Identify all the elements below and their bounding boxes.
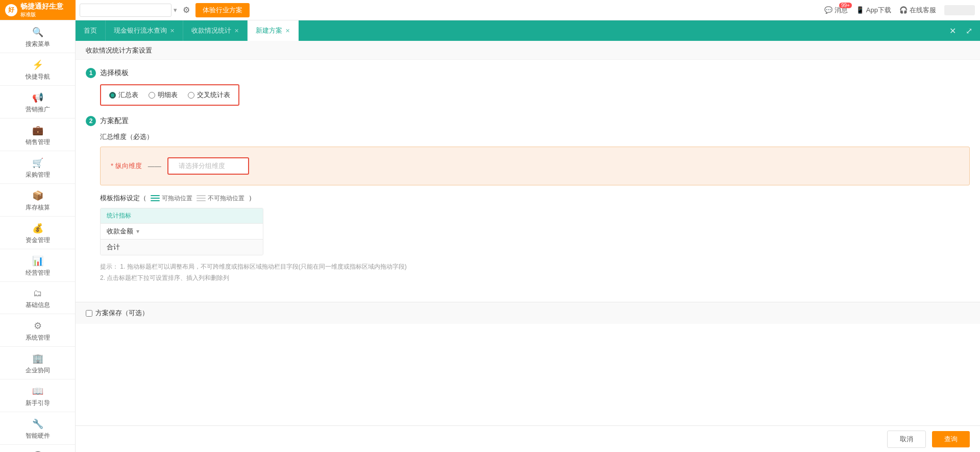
dim-placeholder: 请选择分组维度 [179,162,225,170]
radio-detail-label: 明细表 [158,90,178,100]
service-btn[interactable]: 🎧 在线客服 [899,6,936,15]
no-drag-badge: 不可拖动位置 [197,194,244,203]
no-drag-icon [197,195,206,201]
management-icon: 📊 [32,255,43,267]
sidebar-item-finance[interactable]: 💰 资金管理 [0,217,75,249]
sidebar-label-search: 搜索菜单 [26,40,50,49]
section2-title: 方案配置 [100,116,129,126]
main-layout: 🔍 搜索菜单 ⚡ 快捷导航 📢 营销推广 💼 销售管理 🛒 采购管理 📦 库存核… [0,20,980,452]
tab-cashflow[interactable]: 现金银行流水查询 ✕ [106,20,183,41]
sidebar-item-hardware[interactable]: 🔧 智能硬件 [0,412,75,445]
sidebar-item-purchase[interactable]: 🛒 采购管理 [0,151,75,184]
section-config: 2 方案配置 汇总维度（必选） 纵向维度 —— 请选择分组维度 [86,116,970,283]
quick-nav-icon: ⚡ [32,59,43,70]
stats-cell-amount: 收款金额 ▾ [107,227,257,236]
download-btn[interactable]: 📱 App下载 [856,6,891,15]
radio-cross-input[interactable] [188,92,194,99]
finance-icon: 💰 [32,223,43,234]
tab-home[interactable]: 首页 [76,20,106,41]
sidebar-label-finance: 资金管理 [26,236,50,245]
sidebar-item-guide[interactable]: 📖 新手引导 [0,379,75,412]
marketing-icon: 📢 [32,92,43,103]
radio-detail-input[interactable] [149,92,155,99]
user-avatar[interactable] [944,5,975,15]
sidebar-item-marketing[interactable]: 📢 营销推广 [0,86,75,118]
logo-icon: 好 [5,4,17,16]
dim-select-btn[interactable]: 请选择分组维度 [167,157,249,175]
sidebar-item-management[interactable]: 📊 经营管理 [0,249,75,282]
section1-title: 选择模板 [100,68,129,78]
stats-table: 统计指标 收款金额 ▾ 合计 [100,208,263,255]
sidebar-label-management: 经营管理 [26,269,50,277]
save-option[interactable]: 方案保存（可选） [86,308,970,318]
tab-receipts[interactable]: 收款情况统计 ✕ [183,20,248,41]
tab-cashflow-close[interactable]: ✕ [170,28,175,34]
tab-expand-btn[interactable]: ⤢ [963,25,975,37]
dimension-row: 纵向维度 —— 请选择分组维度 [111,157,959,175]
tab-close-btn[interactable]: ✕ [946,25,959,37]
tab-new-plan[interactable]: 新建方案 ✕ [248,20,299,41]
sidebar-label-basic-info: 基础信息 [26,301,50,310]
bottom-action-bar: 取消 查询 [76,425,980,452]
radio-detail[interactable]: 明细表 [149,90,178,100]
section1-header: 1 选择模板 [86,68,970,78]
sidebar: 🔍 搜索菜单 ⚡ 快捷导航 📢 营销推广 💼 销售管理 🛒 采购管理 📦 库存核… [0,20,76,452]
amount-dropdown-btn[interactable]: ▾ [136,228,139,235]
radio-cross[interactable]: 交叉统计表 [188,90,230,100]
logo-area: 好 畅捷通好生意 标准版 [0,0,76,20]
sidebar-item-basic-info[interactable]: 🗂 基础信息 [0,282,75,314]
sidebar-item-wechat[interactable]: 💬 企业微信 [0,445,75,452]
enterprise-icon: 🏢 [32,353,43,364]
sidebar-label-inventory: 库存核算 [26,203,50,212]
content-area: 首页 现金银行流水查询 ✕ 收款情况统计 ✕ 新建方案 ✕ ✕ ⤢ [76,20,980,452]
tab-home-label: 首页 [84,26,97,35]
tab-bar: 首页 现金银行流水查询 ✕ 收款情况统计 ✕ 新建方案 ✕ ✕ ⤢ [76,20,980,41]
footer-area: 方案保存（可选） [76,302,980,324]
radio-summary-label: 汇总表 [118,90,138,100]
stats-subtotal: 合计 [101,239,263,255]
page-title: 收款情况统计方案设置 [86,46,152,54]
sidebar-item-quicknav[interactable]: ⚡ 快捷导航 [0,53,75,86]
sidebar-label-sales: 销售管理 [26,138,50,147]
dim-arrow: —— [148,162,161,170]
chevron-down-icon[interactable]: ▾ [174,6,177,14]
sidebar-item-inventory[interactable]: 📦 库存核算 [0,184,75,217]
tab-receipts-close[interactable]: ✕ [234,28,239,34]
radio-summary[interactable]: 汇总表 [109,90,138,100]
inventory-icon: 📦 [32,190,43,201]
radio-summary-input[interactable] [109,92,116,99]
sidebar-label-guide: 新手引导 [26,399,50,408]
sidebar-item-enterprise[interactable]: 🏢 企业协同 [0,347,75,379]
sidebar-label-hardware: 智能硬件 [26,432,50,440]
search-icon: 🔍 [32,27,43,38]
chat-icon: 💬 [824,6,832,14]
sidebar-item-sales[interactable]: 💼 销售管理 [0,118,75,151]
sidebar-label-enterprise: 企业协同 [26,366,50,375]
purchase-icon: 🛒 [32,157,43,169]
sidebar-item-search[interactable]: 🔍 搜索菜单 [0,20,75,53]
tab-cashflow-label: 现金银行流水查询 [114,26,167,35]
service-label: 在线客服 [910,6,936,15]
section-template: 1 选择模板 汇总表 明细表 [86,68,970,106]
notification-btn[interactable]: 💬 消息 99+ [824,6,848,15]
tab-new-plan-close[interactable]: ✕ [285,28,290,34]
tip-1: 提示： 1. 拖动标题栏可以调整布局，不可跨维度或指标区域拖动栏目字段(只能在同… [100,261,970,273]
query-button[interactable]: 查询 [932,431,970,447]
search-input[interactable] [80,4,172,17]
drag-icon [151,195,160,201]
form-body: 1 选择模板 汇总表 明细表 [76,60,980,302]
section2-num: 2 [86,116,96,126]
try-btn[interactable]: 体验行业方案 [195,3,250,17]
cancel-button[interactable]: 取消 [887,431,926,448]
stats-table-row: 收款金额 ▾ [101,223,263,239]
tab-receipts-label: 收款情况统计 [191,26,231,35]
indicator-settings: 模板指标设定（ 可拖动位置 [100,194,970,255]
breadcrumb-area: ▾ ⚙ 体验行业方案 [80,3,820,17]
gear-button[interactable]: ⚙ [179,3,193,17]
guide-icon: 📖 [32,386,43,397]
basic-info-icon: 🗂 [33,288,42,299]
save-checkbox[interactable] [86,310,92,317]
sidebar-label-purchase: 采购管理 [26,171,50,179]
section2-header: 2 方案配置 [86,116,970,126]
sidebar-item-system[interactable]: ⚙ 系统管理 [0,314,75,347]
